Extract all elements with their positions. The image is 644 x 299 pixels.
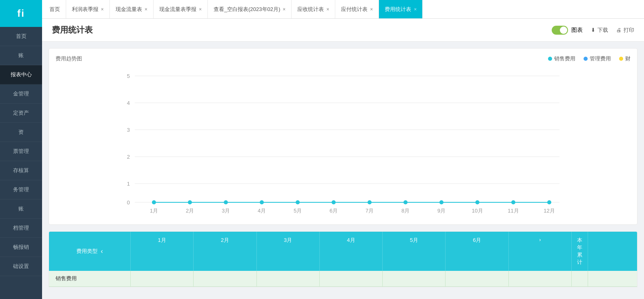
chart-title: 费用趋势图 — [56, 55, 82, 62]
sidebar-logo: fi — [0, 0, 42, 27]
svg-text:8月: 8月 — [401, 208, 410, 214]
td-m2 — [194, 271, 256, 286]
legend-label-finance: 财 — [625, 55, 631, 62]
sidebar-item-home[interactable]: 首页 — [0, 27, 42, 46]
page-header: 费用统计表 图表 ⬇ 下载 🖨 打印 — [42, 19, 644, 42]
td-arrow-cell — [509, 271, 572, 286]
print-button[interactable]: 🖨 打印 — [616, 27, 634, 34]
svg-point-22 — [511, 200, 515, 204]
th-month6: 6月 — [446, 232, 508, 271]
svg-point-18 — [368, 200, 372, 204]
svg-point-13 — [188, 200, 192, 204]
th-month5: 5月 — [383, 232, 446, 271]
sidebar-item-basic-settings[interactable]: 础设置 — [0, 257, 42, 276]
download-label: 下载 — [597, 27, 608, 34]
legend-dot-finance — [619, 57, 623, 61]
tab-cashflow-quarterly-label: 现金流量表季报 — [159, 6, 196, 13]
svg-point-21 — [475, 200, 479, 204]
th-month4: 4月 — [320, 232, 383, 271]
svg-point-19 — [403, 200, 408, 204]
sidebar-item-ledger[interactable]: 账 — [0, 199, 42, 219]
th-annual: 本年累计 — [572, 232, 588, 271]
chart-toggle-label: 图表 — [571, 27, 583, 34]
tab-profit-close[interactable]: × — [101, 7, 104, 12]
sidebar-item-fund-management[interactable]: 金管理 — [0, 84, 42, 104]
tab-payable[interactable]: 应付统计表 × — [335, 0, 379, 18]
legend-dot-sales — [548, 57, 552, 61]
tab-payable-label: 应付统计表 — [341, 6, 368, 13]
tab-home-label: 首页 — [49, 6, 60, 13]
table-row: 销售费用 — [49, 271, 637, 287]
tab-receivable[interactable]: 应收统计表 × — [292, 0, 335, 18]
td-annual — [572, 271, 588, 286]
table-header: 费用类型 ‹ 1月 2月 3月 4月 5月 6月 › 本年累计 — [49, 232, 637, 271]
header-actions: 图表 ⬇ 下载 🖨 打印 — [552, 26, 634, 35]
chart-legend: 销售费用 管理费用 财 — [548, 55, 631, 62]
legend-label-admin: 管理费用 — [590, 55, 611, 62]
data-table-wrap: 费用类型 ‹ 1月 2月 3月 4月 5月 6月 › 本年累计 销售费用 — [49, 231, 637, 287]
sidebar-item-service-management[interactable]: 务管理 — [0, 180, 42, 199]
tab-profit-label: 利润表季报 — [72, 6, 98, 13]
tab-blank-report-close[interactable]: × — [283, 7, 285, 12]
tab-receivable-close[interactable]: × — [326, 7, 329, 12]
tab-payable-close[interactable]: × — [370, 7, 373, 12]
tab-cashflow[interactable]: 现金流量表 × — [110, 0, 154, 18]
svg-text:5月: 5月 — [294, 208, 302, 214]
legend-item-admin: 管理费用 — [584, 55, 611, 62]
page-title: 费用统计表 — [52, 24, 93, 35]
tab-expense[interactable]: 费用统计表 × — [379, 0, 423, 18]
sidebar-item-account[interactable]: 账 — [0, 46, 42, 65]
print-icon: 🖨 — [616, 27, 622, 33]
sidebar-item-capital[interactable]: 资 — [0, 123, 42, 142]
sidebar-item-fixed-assets[interactable]: 定资产 — [0, 104, 42, 123]
chart-toggle-wrap: 图表 — [552, 26, 583, 35]
svg-text:11月: 11月 — [508, 208, 519, 214]
svg-text:2: 2 — [127, 154, 130, 160]
sidebar-item-archive-management[interactable]: 档管理 — [0, 219, 42, 238]
download-button[interactable]: ⬇ 下载 — [591, 27, 608, 34]
tab-expense-close[interactable]: × — [414, 7, 417, 12]
tab-blank-report-label: 查看_空白报表(2023年02月) — [214, 6, 280, 13]
svg-text:4: 4 — [127, 100, 130, 106]
tab-home[interactable]: 首页 — [44, 0, 66, 18]
th-month2: 2月 — [194, 232, 256, 271]
tab-profit[interactable]: 利润表季报 × — [66, 0, 110, 18]
download-icon: ⬇ — [591, 27, 595, 33]
svg-text:6月: 6月 — [330, 208, 338, 214]
td-m6 — [446, 271, 508, 286]
chart-svg-wrap: 5 4 3 2 1 0 — [56, 66, 631, 218]
page-content: 费用统计表 图表 ⬇ 下载 🖨 打印 费用趋势图 — [42, 19, 644, 299]
svg-text:12月: 12月 — [544, 208, 555, 214]
th-next-arrow[interactable]: › — [509, 232, 572, 271]
svg-text:0: 0 — [127, 199, 130, 206]
main-area: 首页 利润表季报 × 现金流量表 × 现金流量表季报 × 查看_空白报表(202… — [42, 0, 644, 299]
sidebar-item-reimbursement[interactable]: 畅报销 — [0, 238, 42, 257]
tab-cashflow-quarterly-close[interactable]: × — [199, 7, 202, 12]
th-month1: 1月 — [131, 232, 194, 271]
print-label: 打印 — [624, 27, 634, 34]
svg-text:3: 3 — [127, 127, 130, 133]
svg-text:1月: 1月 — [150, 208, 158, 214]
legend-dot-admin — [584, 57, 588, 61]
sidebar-item-inventory[interactable]: 存核算 — [0, 161, 42, 180]
svg-text:2月: 2月 — [186, 208, 194, 214]
tab-receivable-label: 应收统计表 — [297, 6, 324, 13]
chart-toggle[interactable] — [552, 26, 568, 35]
sidebar-item-report-center[interactable]: 报表中心 — [0, 65, 42, 84]
legend-item-sales: 销售费用 — [548, 55, 575, 62]
tab-expense-label: 费用统计表 — [385, 6, 411, 13]
th-month3: 3月 — [257, 232, 320, 271]
svg-point-20 — [439, 200, 443, 204]
legend-label-sales: 销售费用 — [554, 55, 575, 62]
svg-point-15 — [260, 200, 264, 204]
tab-cashflow-close[interactable]: × — [145, 7, 147, 12]
tab-blank-report[interactable]: 查看_空白报表(2023年02月) × — [208, 0, 292, 18]
td-m3 — [257, 271, 320, 286]
chart-header: 费用趋势图 销售费用 管理费用 财 — [56, 55, 631, 62]
sidebar-item-invoice-management[interactable]: 票管理 — [0, 142, 42, 161]
tab-cashflow-quarterly[interactable]: 现金流量表季报 × — [154, 0, 208, 18]
svg-point-16 — [296, 200, 300, 204]
legend-item-finance: 财 — [619, 55, 631, 62]
prev-arrow[interactable]: ‹ — [101, 248, 103, 255]
td-m5 — [383, 271, 446, 286]
